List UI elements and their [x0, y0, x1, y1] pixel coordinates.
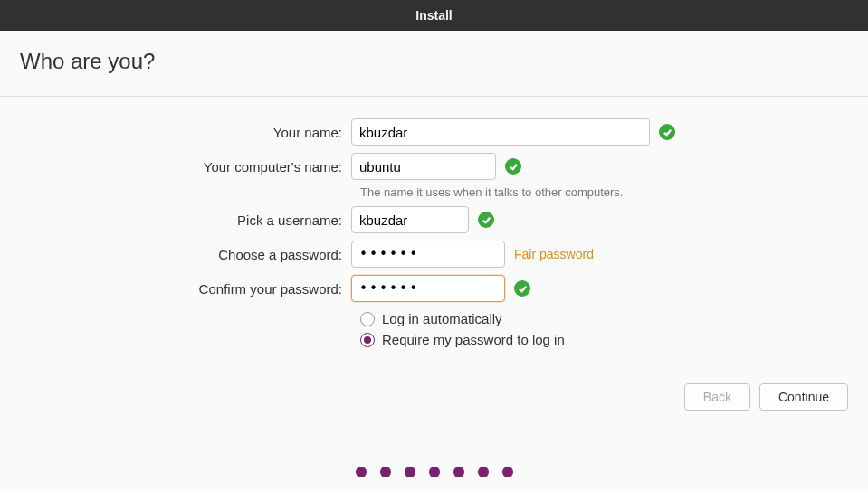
continue-button[interactable]: Continue	[759, 383, 848, 411]
progress-dot	[502, 467, 513, 477]
progress-dot	[380, 467, 391, 477]
username-label: Pick a username:	[0, 212, 351, 228]
progress-indicator	[356, 467, 513, 477]
name-label: Your name:	[0, 125, 351, 140]
window-titlebar: Install	[0, 0, 868, 31]
check-icon	[505, 158, 521, 175]
page-title: Who are you?	[20, 49, 848, 74]
login-password-radio[interactable]	[360, 333, 375, 347]
progress-dot	[453, 467, 464, 477]
page-header: Who are you?	[0, 31, 868, 97]
check-icon	[659, 124, 675, 140]
computer-name-input[interactable]	[351, 153, 496, 180]
password-label: Choose a password:	[0, 247, 351, 262]
back-button: Back	[684, 383, 750, 411]
progress-dot	[356, 467, 367, 477]
password-strength: Fair password	[514, 247, 594, 261]
login-auto-radio[interactable]	[360, 312, 375, 326]
name-input[interactable]	[351, 118, 650, 146]
confirm-password-input[interactable]	[351, 275, 505, 302]
confirm-label: Confirm your password:	[0, 281, 351, 297]
username-input[interactable]	[351, 206, 469, 233]
user-form: Your name: Your computer's name: The nam…	[0, 97, 868, 347]
check-icon	[514, 280, 530, 297]
login-password-label: Require my password to log in	[382, 332, 565, 347]
computer-label: Your computer's name:	[0, 159, 351, 175]
progress-dot	[405, 467, 415, 477]
login-auto-label: Log in automatically	[382, 311, 502, 326]
progress-dot	[478, 467, 489, 477]
window-title: Install	[415, 8, 452, 23]
progress-dot	[429, 467, 440, 477]
button-bar: Back Continue	[684, 383, 848, 411]
password-input[interactable]	[351, 241, 505, 268]
check-icon	[478, 212, 494, 228]
computer-hint: The name it uses when it talks to other …	[360, 185, 868, 199]
